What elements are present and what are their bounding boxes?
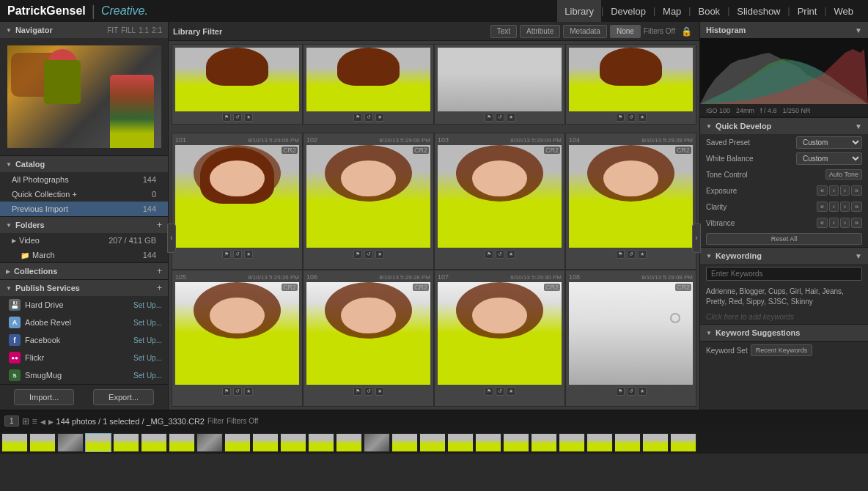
- qd-exposure-inc-inc[interactable]: »: [851, 185, 862, 196]
- qd-vibrance-dec[interactable]: ‹: [829, 218, 839, 228]
- thumb-8[interactable]: [196, 433, 223, 452]
- photo-star-icon[interactable]: ★: [507, 113, 515, 122]
- photo-cell-8[interactable]: 108 8/10/13 5:29:08 PM CR2 ⚑ ↺ ★: [565, 270, 696, 407]
- collections-header[interactable]: ▶ Collections +: [0, 263, 168, 279]
- photo-cell-7[interactable]: 107 8/10/13 5:29:30 PM CR2 ⚑ ↺ ★: [434, 270, 565, 407]
- folder-march[interactable]: 📁 March 144: [0, 248, 168, 262]
- thumb-9[interactable]: [224, 433, 251, 452]
- left-panel-collapse-arrow[interactable]: ‹: [167, 224, 176, 253]
- grid-view-icon[interactable]: ⊞: [22, 416, 29, 427]
- thumb-11[interactable]: [280, 433, 306, 452]
- photo-cell-4[interactable]: 104 8/10/13 5:29:28 PM CR2 ⚑ ↺ ★: [565, 133, 696, 270]
- catalog-previous-import[interactable]: Previous Import 144: [0, 202, 168, 216]
- thumb-6[interactable]: [141, 433, 167, 452]
- photo-cell-top-3[interactable]: ⚑ ↺ ★: [434, 44, 565, 125]
- nav-slideshow[interactable]: Slideshow: [729, 0, 787, 22]
- photo-cell-1[interactable]: 101 8/10/13 5:29:06 PM CR2 ⚑ ↺ ★: [172, 133, 303, 270]
- photo-rotate-icon[interactable]: ↺: [627, 250, 636, 259]
- catalog-all-photos[interactable]: All Photographs 144: [0, 172, 168, 187]
- photo-rotate-icon[interactable]: ↺: [233, 250, 242, 259]
- photo-star-icon[interactable]: ★: [244, 250, 253, 259]
- photo-cell-top-2[interactable]: ⚑ ↺ ★: [303, 44, 434, 125]
- qd-vibrance-inc[interactable]: ›: [840, 218, 850, 228]
- photo-flag-icon[interactable]: ⚑: [616, 113, 625, 122]
- thumb-2[interactable]: [29, 433, 56, 452]
- publish-revel[interactable]: A Adobe Revel Set Up...: [0, 314, 168, 331]
- qd-clarity-inc-inc[interactable]: »: [851, 202, 862, 212]
- photo-star-icon[interactable]: ★: [638, 250, 647, 259]
- thumb-19[interactable]: [503, 433, 529, 452]
- quick-develop-header[interactable]: ▼ Quick Develop ▼: [700, 118, 868, 134]
- folders-add-icon[interactable]: +: [157, 220, 162, 230]
- navigator-header[interactable]: ▼ Navigator FIT FILL 1:1 2:1: [0, 22, 168, 38]
- filter-text-button[interactable]: Text: [490, 25, 517, 38]
- nav-print[interactable]: Print: [790, 0, 825, 22]
- nav-web[interactable]: Web: [827, 0, 861, 22]
- qd-exposure-inc[interactable]: ›: [840, 185, 850, 196]
- publish-add-icon[interactable]: +: [157, 283, 162, 293]
- publish-header[interactable]: ▼ Publish Services +: [0, 280, 168, 296]
- qd-clarity-dec-dec[interactable]: «: [817, 202, 828, 212]
- keyword-input[interactable]: [706, 267, 862, 281]
- folder-video[interactable]: ▶ Video 207 / 411 GB: [0, 233, 168, 248]
- photo-rotate-icon[interactable]: ↺: [496, 250, 504, 259]
- photo-cell-5[interactable]: 105 8/10/13 5:29:26 PM CR2 ⚑ ↺ ★: [172, 270, 303, 407]
- catalog-quick-collection[interactable]: Quick Collection + 0: [0, 187, 168, 202]
- photo-flag-icon[interactable]: ⚑: [616, 250, 625, 259]
- photo-flag-icon[interactable]: ⚑: [222, 113, 231, 122]
- thumb-18[interactable]: [475, 433, 501, 452]
- qd-wb-select[interactable]: Custom: [796, 152, 862, 165]
- thumb-16[interactable]: [419, 433, 446, 452]
- publish-flickr[interactable]: ●● Flickr Set Up...: [0, 349, 168, 366]
- photo-rotate-icon[interactable]: ↺: [496, 387, 504, 396]
- photo-star-icon[interactable]: ★: [638, 113, 647, 122]
- photo-rotate-icon[interactable]: ↺: [364, 250, 373, 259]
- qd-vibrance-dec-dec[interactable]: «: [817, 218, 828, 228]
- photo-cell-top-1[interactable]: ⚑ ↺ ★: [172, 44, 303, 125]
- filter-none-button[interactable]: None: [610, 25, 641, 38]
- nav-2to1[interactable]: 2:1: [152, 26, 162, 34]
- filter-lock-icon[interactable]: 🔒: [678, 26, 695, 37]
- thumb-23[interactable]: [614, 433, 641, 452]
- publish-facebook[interactable]: f Facebook Set Up...: [0, 331, 168, 349]
- photo-flag-icon[interactable]: ⚑: [485, 250, 493, 259]
- publish-smugmug-action[interactable]: Set Up...: [133, 372, 162, 380]
- filter-attribute-button[interactable]: Attribute: [520, 25, 560, 38]
- photo-cell-top-4[interactable]: ⚑ ↺ ★: [565, 44, 696, 125]
- thumb-15[interactable]: [391, 433, 418, 452]
- import-button[interactable]: Import...: [14, 389, 74, 405]
- nav-book[interactable]: Book: [691, 0, 727, 22]
- photo-rotate-icon[interactable]: ↺: [233, 387, 242, 396]
- thumb-13[interactable]: [336, 433, 362, 452]
- photo-flag-icon[interactable]: ⚑: [353, 113, 362, 122]
- thumb-5[interactable]: [113, 433, 139, 452]
- photo-star-icon[interactable]: ★: [244, 113, 253, 122]
- publish-flickr-action[interactable]: Set Up...: [133, 354, 162, 362]
- photo-rotate-icon[interactable]: ↺: [364, 113, 373, 122]
- folders-header[interactable]: ▼ Folders +: [0, 217, 168, 233]
- thumb-10[interactable]: [252, 433, 279, 452]
- thumb-22[interactable]: [586, 433, 613, 452]
- publish-revel-action[interactable]: Set Up...: [133, 319, 162, 327]
- thumb-14[interactable]: [364, 433, 390, 452]
- qd-exposure-dec-dec[interactable]: «: [817, 185, 828, 196]
- keywording-header[interactable]: ▼ Keywording ▼: [700, 248, 868, 264]
- photo-star-icon[interactable]: ★: [638, 387, 647, 396]
- photo-flag-icon[interactable]: ⚑: [353, 250, 362, 259]
- thumb-21[interactable]: [559, 433, 585, 452]
- prev-photo-icon[interactable]: ◂: [40, 416, 45, 427]
- thumb-24[interactable]: [642, 433, 669, 452]
- photo-star-icon[interactable]: ★: [375, 113, 384, 122]
- qd-auto-tone-btn[interactable]: Auto Tone: [825, 169, 862, 180]
- photo-rotate-icon[interactable]: ↺: [233, 113, 242, 122]
- photo-rotate-icon[interactable]: ↺: [496, 113, 504, 122]
- filter-off-value[interactable]: Filters Off: [227, 417, 258, 425]
- photo-flag-icon[interactable]: ⚑: [222, 250, 231, 259]
- photo-flag-icon[interactable]: ⚑: [616, 387, 625, 396]
- right-panel-collapse-arrow[interactable]: ›: [692, 224, 701, 253]
- qd-exposure-dec[interactable]: ‹: [829, 185, 839, 196]
- photo-flag-icon[interactable]: ⚑: [222, 387, 231, 396]
- photo-star-icon[interactable]: ★: [375, 250, 384, 259]
- thumb-20[interactable]: [531, 433, 557, 452]
- next-photo-icon[interactable]: ▸: [48, 416, 54, 427]
